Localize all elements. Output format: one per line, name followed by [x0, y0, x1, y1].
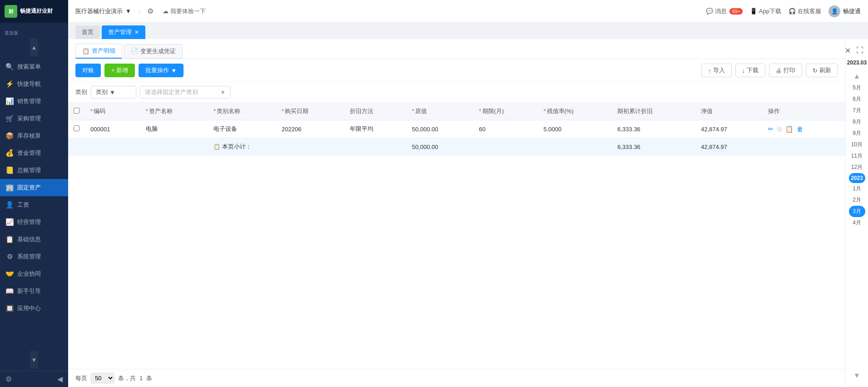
row-code: 000001 — [85, 120, 140, 138]
row-checkbox-cell — [68, 120, 85, 138]
refresh-button[interactable]: ↻ 刷新 — [806, 64, 838, 77]
sidebar-item-label: 固定资产 — [17, 184, 41, 192]
delete-icon[interactable]: 🗑 — [797, 125, 803, 133]
online-service-btn[interactable]: 🎧 在线客服 — [789, 7, 821, 15]
panel-expand-icon[interactable]: ⛶ — [854, 45, 865, 57]
import-label: 导入 — [713, 66, 725, 74]
toolbar: 对账 + 新增 批量操作 ▼ ↑ 导入 ↓ 下载 — [68, 59, 845, 82]
reconcile-button[interactable]: 对账 — [75, 64, 101, 77]
subtotal-net-value: 42,874.97 — [695, 138, 763, 156]
message-btn[interactable]: 💬 消息 99+ — [706, 7, 743, 15]
sidebar-item-quick-nav[interactable]: ⚡ 快捷导航 — [0, 75, 68, 93]
panel-scroll-up[interactable]: ▲ — [852, 70, 863, 82]
sidebar-item-guide[interactable]: 📖 新手引导 — [0, 283, 68, 300]
batch-arrow-icon: ▼ — [171, 67, 177, 74]
enterprise-icon: 🤝 — [5, 270, 14, 278]
tab-asset-management[interactable]: 资产管理 ✕ — [102, 25, 145, 39]
new-button[interactable]: + 新增 — [104, 64, 135, 77]
sidebar-item-payroll[interactable]: 👤 工资 — [0, 196, 68, 213]
sidebar-item-search[interactable]: 🔍 搜索菜单 — [0, 58, 68, 75]
sidebar-item-basic-info[interactable]: 📋 基础信息 — [0, 231, 68, 248]
download-button[interactable]: ↓ 下载 — [735, 64, 766, 77]
settings-icon[interactable]: ⚙ — [5, 375, 12, 383]
print-button[interactable]: 🖨 打印 — [769, 64, 802, 77]
month-9[interactable]: 9月 — [849, 128, 865, 139]
header-category: *类别名称 — [208, 103, 276, 120]
tab-close-icon[interactable]: ✕ — [134, 29, 139, 35]
tab-asset-label: 资产管理 — [108, 28, 132, 36]
month-2[interactable]: 2月 — [849, 194, 865, 206]
tab-asset-detail[interactable]: 📋 资产明细 — [75, 44, 122, 59]
sidebar-item-label: 工资 — [17, 201, 29, 209]
sidebar-item-operations[interactable]: 📈 经营管理 — [0, 213, 68, 231]
tab-home[interactable]: 首页 — [75, 25, 100, 39]
subtotal-label: 本页小计： — [222, 143, 252, 150]
select-all-checkbox[interactable] — [74, 108, 79, 114]
subtotal-empty-3 — [140, 138, 208, 156]
print-icon: 🖨 — [776, 67, 782, 74]
avatar: 👤 — [828, 5, 840, 17]
message-label: 消息 — [715, 7, 727, 15]
company-selector[interactable]: 医疗器械行业演示 ▼ — [75, 7, 131, 15]
quick-nav-icon: ⚡ — [5, 80, 14, 88]
sidebar-item-purchase[interactable]: 🛒 采购管理 — [0, 110, 68, 127]
page-size-select[interactable]: 50 100 200 — [91, 373, 114, 383]
edit-icon[interactable]: ✏ — [768, 125, 774, 133]
experience-btn[interactable]: ☁ 我要体验一下 — [163, 7, 206, 15]
panel-scroll-down[interactable]: ▼ — [852, 370, 863, 382]
duplicate-icon[interactable]: 📋 — [785, 125, 793, 133]
panel-close-icon[interactable]: ✕ — [843, 45, 853, 57]
sidebar-item-finance[interactable]: 💰 资金管理 — [0, 144, 68, 162]
sidebar-item-sales[interactable]: 📊 销售管理 — [0, 93, 68, 110]
topbar-separator: | — [139, 8, 140, 15]
sidebar-item-general-ledger[interactable]: 📒 总账管理 — [0, 162, 68, 179]
month-10[interactable]: 10月 — [849, 139, 865, 150]
topbar-right: 💬 消息 99+ 📱 App下载 🎧 在线客服 👤 畅捷通 — [706, 5, 861, 17]
change-voucher-icon: 📄 — [131, 48, 138, 55]
month-11[interactable]: 11月 — [849, 150, 865, 162]
settings-gear-icon[interactable]: ⚙ — [147, 7, 154, 15]
sidebar-scroll-down[interactable]: ▼ — [30, 351, 38, 369]
sidebar-collapse-icon[interactable]: ◀ — [57, 375, 63, 383]
month-8[interactable]: 8月 — [849, 116, 865, 128]
month-5[interactable]: 5月 — [849, 82, 865, 94]
username: 畅捷通 — [843, 7, 861, 15]
header-action: 操作 — [763, 103, 845, 120]
category-select[interactable]: 类别 ▼ — [91, 86, 136, 99]
sidebar-item-label: 经营管理 — [17, 218, 41, 226]
inventory-icon: 📦 — [5, 132, 14, 140]
category-input[interactable]: 请选择固定资产类别 ▼ — [140, 86, 231, 99]
subtotal-empty-4 — [473, 138, 538, 156]
refresh-icon: ↻ — [813, 67, 818, 74]
tab-change-voucher[interactable]: 📄 变更生成凭证 — [124, 44, 183, 59]
header-net-value: 净值 — [695, 103, 763, 120]
batch-label: 批量操作 — [145, 66, 169, 74]
month-3-active[interactable]: 3月 — [849, 206, 865, 217]
sidebar-item-fixed-assets[interactable]: 🏢 固定资产 — [0, 179, 68, 196]
payroll-icon: 👤 — [5, 201, 14, 209]
copy-icon[interactable]: ⧉ — [777, 125, 782, 133]
row-checkbox[interactable] — [74, 125, 79, 131]
refresh-label: 刷新 — [819, 66, 831, 74]
import-button[interactable]: ↑ 导入 — [701, 64, 732, 77]
month-7[interactable]: 7月 — [849, 105, 865, 116]
sidebar-item-enterprise[interactable]: 🤝 企业协同 — [0, 265, 68, 283]
sidebar-item-app-center[interactable]: 🔲 应用中心 — [0, 300, 68, 317]
month-4[interactable]: 4月 — [849, 217, 865, 228]
sidebar-item-system[interactable]: ⚙ 系统管理 — [0, 248, 68, 265]
cloud-icon: ☁ — [163, 8, 169, 15]
user-menu[interactable]: 👤 畅捷通 — [828, 5, 861, 17]
month-12[interactable]: 12月 — [849, 162, 865, 173]
table-header-row: *编码 *资产名称 *类别名称 *购买日期 折旧方法 *原值 *期限(月) *残… — [68, 103, 845, 120]
month-6[interactable]: 6月 — [849, 94, 865, 105]
sidebar-scroll-up[interactable]: ▲ — [30, 38, 38, 56]
sidebar-item-inventory[interactable]: 📦 库存核算 — [0, 127, 68, 144]
app-download-btn[interactable]: 📱 App下载 — [750, 7, 781, 15]
download-icon: ↓ — [742, 67, 745, 74]
month-1[interactable]: 1月 — [849, 183, 865, 194]
finance-icon: 💰 — [5, 149, 14, 157]
batch-button[interactable]: 批量操作 ▼ — [139, 64, 184, 77]
panel-header: ✕ ⛶ — [846, 43, 868, 59]
sidebar-bottom: ⚙ ◀ — [0, 371, 68, 387]
pagination: 每页 50 100 200 条，共 1 条 — [68, 369, 845, 387]
